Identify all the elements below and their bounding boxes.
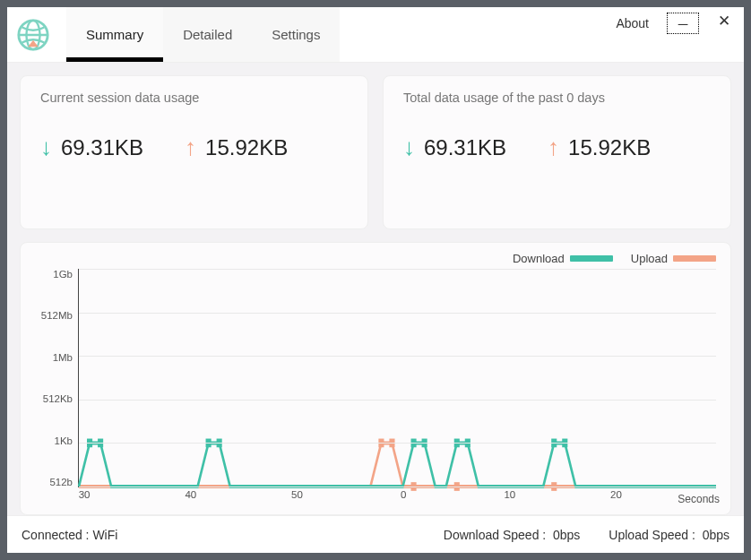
card-title: Total data usage of the past 0 days xyxy=(403,90,711,105)
about-link[interactable]: About xyxy=(603,16,661,30)
tab-summary[interactable]: Summary xyxy=(66,7,163,62)
app-window: Summary Detailed Settings About ─ ✕ Curr… xyxy=(7,7,744,553)
chart-legend: Download Upload xyxy=(35,252,716,265)
upload-arrow-icon: ↑ xyxy=(548,134,559,161)
total-upload-value: ↑ 15.92KB xyxy=(548,134,651,161)
cards-row: Current session data usage ↓ 69.31KB ↑ 1… xyxy=(20,75,731,229)
upload-speed-status: Upload Speed : 0bps xyxy=(609,528,729,542)
y-tick: 512Mb xyxy=(35,310,73,321)
speed-chart-card: Download Upload 1Gb512Mb1Mb512Kb1Kb512b … xyxy=(20,242,731,515)
chart-area: 1Gb512Mb1Mb512Kb1Kb512b Seconds 30405001… xyxy=(35,269,716,507)
header: Summary Detailed Settings About ─ ✕ xyxy=(7,7,744,63)
x-tick: 20 xyxy=(610,489,622,500)
session-download-value: ↓ 69.31KB xyxy=(40,134,143,161)
legend-download: Download xyxy=(513,252,613,265)
y-axis: 1Gb512Mb1Mb512Kb1Kb512b xyxy=(35,269,78,507)
plot-area xyxy=(78,269,716,487)
total-usage-card: Total data usage of the past 0 days ↓ 69… xyxy=(383,75,731,229)
download-speed-status: Download Speed : 0bps xyxy=(444,528,581,542)
x-tick: 50 xyxy=(291,489,303,500)
x-tick: 0 xyxy=(401,489,406,500)
legend-swatch-upload xyxy=(673,255,716,262)
connection-status: Connected : WiFi xyxy=(22,528,117,542)
card-title: Current session data usage xyxy=(40,90,348,105)
app-logo-icon xyxy=(16,18,50,52)
tab-label: Detailed xyxy=(183,27,232,42)
tab-label: Settings xyxy=(272,27,320,42)
tab-bar: Summary Detailed Settings xyxy=(66,7,340,62)
session-usage-card: Current session data usage ↓ 69.31KB ↑ 1… xyxy=(20,75,368,229)
x-tick: 10 xyxy=(504,489,515,500)
close-icon: ✕ xyxy=(718,12,730,30)
session-upload-value: ↑ 15.92KB xyxy=(185,134,288,161)
y-tick: 1Kb xyxy=(35,435,73,446)
download-arrow-icon: ↓ xyxy=(40,134,52,161)
x-tick: 30 xyxy=(79,489,91,500)
legend-swatch-download xyxy=(570,255,613,262)
tab-label: Summary xyxy=(86,27,143,42)
minimize-icon: ─ xyxy=(678,16,688,31)
y-tick: 512b xyxy=(35,477,73,487)
minimize-button[interactable]: ─ xyxy=(667,13,699,34)
y-tick: 1Gb xyxy=(35,269,73,280)
content-area: Current session data usage ↓ 69.31KB ↑ 1… xyxy=(7,63,744,515)
close-button[interactable]: ✕ xyxy=(704,7,744,34)
x-axis-label: Seconds xyxy=(678,493,720,505)
tab-detailed[interactable]: Detailed xyxy=(163,7,252,62)
legend-upload: Upload xyxy=(631,252,716,265)
tab-settings[interactable]: Settings xyxy=(252,7,340,62)
y-tick: 1Mb xyxy=(35,352,73,363)
x-tick: 40 xyxy=(185,489,196,500)
download-arrow-icon: ↓ xyxy=(403,134,415,161)
status-bar: Connected : WiFi Download Speed : 0bps U… xyxy=(7,515,744,553)
y-tick: 512Kb xyxy=(35,393,73,404)
upload-arrow-icon: ↑ xyxy=(185,134,196,161)
total-download-value: ↓ 69.31KB xyxy=(403,134,506,161)
x-axis: Seconds 30405001020 xyxy=(78,489,716,507)
